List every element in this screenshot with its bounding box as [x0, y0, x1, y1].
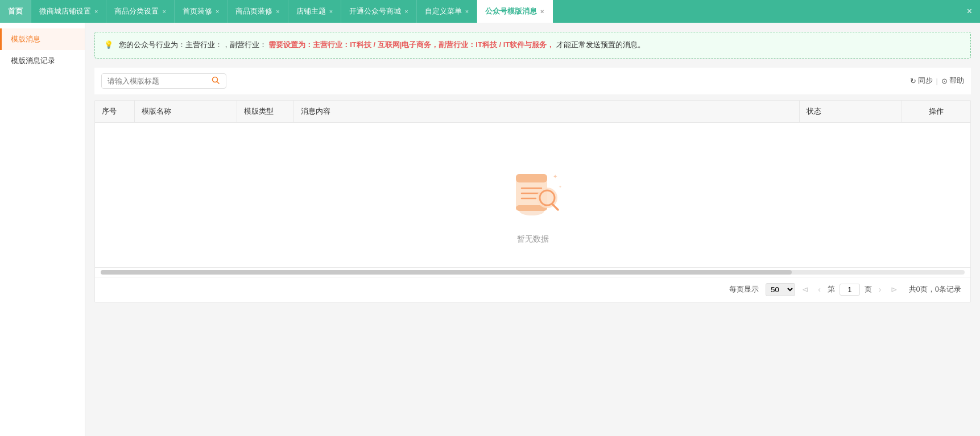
search-icon — [212, 76, 220, 84]
nav-tab-store-settings[interactable]: 微商城店铺设置 × — [31, 0, 106, 23]
page-unit: 页 — [865, 284, 872, 294]
nav-tab-custom-menu[interactable]: 自定义菜单 × — [417, 0, 477, 23]
empty-svg: ✦ ✦ — [499, 157, 567, 225]
notice-box: 💡 您的公众号行业为：主营行业：，副营行业： 需要设置为：主营行业：IT科技 /… — [94, 32, 971, 59]
svg-line-11 — [552, 204, 558, 210]
scrollbar-track — [101, 270, 965, 275]
close-tab-4-icon[interactable]: × — [276, 8, 279, 15]
lightbulb-icon: 💡 — [104, 40, 113, 49]
nav-tab-home-decor[interactable]: 首页装修 × — [175, 0, 228, 23]
top-nav: 首页 微商城店铺设置 × 商品分类设置 × 首页装修 × 商品页装修 × 店铺主… — [0, 0, 980, 23]
col-header-no: 序号 — [95, 101, 135, 122]
page-size-label: 每页显示 — [729, 284, 759, 294]
svg-text:✦: ✦ — [553, 173, 557, 180]
svg-line-1 — [217, 81, 220, 84]
nav-tab-open-mall[interactable]: 开通公众号商城 × — [341, 0, 416, 23]
col-header-type: 模版类型 — [237, 101, 294, 122]
nav-tab-store-theme[interactable]: 店铺主题 × — [288, 0, 341, 23]
notice-text-prefix: 您的公众号行业为：主营行业：，副营行业： — [119, 40, 267, 49]
close-tab-8-icon[interactable]: × — [540, 8, 544, 15]
table-header: 序号 模版名称 模版类型 消息内容 状态 操作 — [95, 101, 970, 123]
prev-page-button[interactable]: ‹ — [816, 284, 823, 295]
help-button[interactable]: ⊙ 帮助 — [941, 76, 964, 86]
toolbar: ↻ 同步 | ⊙ 帮助 — [94, 68, 971, 94]
page-size-select[interactable]: 50 10 20 100 — [766, 283, 795, 296]
empty-state: ✦ ✦ 暂无数据 — [95, 123, 970, 267]
toolbar-right: ↻ 同步 | ⊙ 帮助 — [910, 76, 964, 86]
col-header-name: 模版名称 — [135, 101, 237, 122]
close-all-button[interactable]: × — [959, 0, 980, 23]
close-tab-1-icon[interactable]: × — [94, 8, 98, 15]
sync-button[interactable]: ↻ 同步 — [910, 76, 933, 86]
nav-tab-product-decor[interactable]: 商品页装修 × — [228, 0, 288, 23]
empty-text: 暂无数据 — [517, 234, 549, 244]
pagination: 每页显示 50 10 20 100 ⊲ ‹ 第 页 › ⊳ 共0页，0条记录 — [95, 277, 970, 302]
search-wrap — [101, 73, 226, 89]
close-tab-7-icon[interactable]: × — [465, 8, 469, 15]
col-header-content: 消息内容 — [294, 101, 800, 122]
svg-text:✦: ✦ — [559, 185, 562, 189]
page-label: 第 — [828, 284, 835, 294]
toolbar-divider: | — [936, 77, 938, 85]
nav-tab-home[interactable]: 首页 — [0, 0, 31, 23]
sidebar-item-template-msg[interactable]: 模版消息 — [0, 28, 85, 50]
question-icon: ⊙ — [941, 77, 948, 85]
empty-illustration: ✦ ✦ — [499, 157, 567, 225]
col-header-action: 操作 — [902, 101, 970, 122]
close-tab-5-icon[interactable]: × — [329, 8, 333, 15]
notice-text-highlight: 需要设置为：主营行业：IT科技 / 互联网|电子商务，副营行业：IT科技 / I… — [268, 40, 554, 49]
col-header-status: 状态 — [800, 101, 902, 122]
search-button[interactable] — [207, 76, 224, 86]
last-page-button[interactable]: ⊳ — [888, 284, 900, 295]
search-input[interactable] — [102, 74, 207, 88]
notice-text-suffix: 才能正常发送预置的消息。 — [556, 40, 645, 49]
first-page-button[interactable]: ⊲ — [800, 284, 811, 295]
sidebar-item-template-log[interactable]: 模版消息记录 — [0, 50, 85, 72]
close-tab-6-icon[interactable]: × — [404, 8, 408, 15]
refresh-icon: ↻ — [910, 77, 916, 85]
page-number-input[interactable] — [840, 284, 860, 296]
next-page-button[interactable]: › — [876, 284, 884, 295]
nav-tab-template-msg[interactable]: 公众号模版消息 × — [477, 0, 552, 23]
sidebar: 模版消息 模版消息记录 — [0, 23, 85, 436]
nav-tab-category-settings[interactable]: 商品分类设置 × — [106, 0, 174, 23]
data-table: 序号 模版名称 模版类型 消息内容 状态 操作 — [94, 100, 971, 302]
main-content: 💡 您的公众号行业为：主营行业：，副营行业： 需要设置为：主营行业：IT科技 /… — [85, 23, 980, 436]
svg-rect-4 — [516, 174, 547, 182]
scrollbar-thumb — [101, 270, 792, 275]
close-tab-3-icon[interactable]: × — [216, 8, 219, 15]
total-info: 共0页，0条记录 — [909, 284, 961, 294]
horizontal-scrollbar[interactable] — [95, 267, 970, 277]
main-layout: 模版消息 模版消息记录 💡 您的公众号行业为：主营行业：，副营行业： 需要设置为… — [0, 23, 980, 436]
close-tab-2-icon[interactable]: × — [162, 8, 166, 15]
